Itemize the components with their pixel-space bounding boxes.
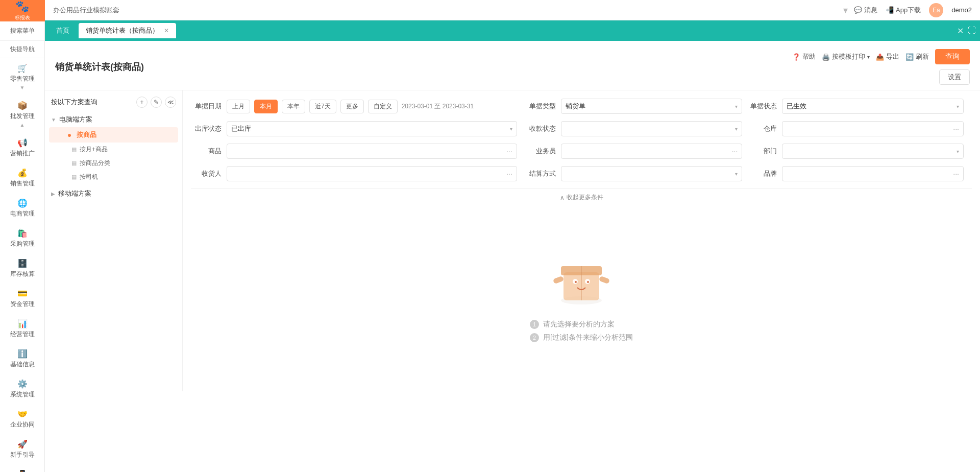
payment-status-select[interactable]: ▾ <box>561 121 743 136</box>
ecommerce-icon: 🌐 <box>17 198 28 208</box>
by-month-product-icon: ▦ <box>71 146 77 153</box>
right-panel: 单据日期 上月 本月 本年 近7天 更多 自定义 2023-03-01 至 20… <box>183 90 980 391</box>
tab-minimize-icon[interactable]: ✕ <box>957 26 964 36</box>
download-icon: 📲 <box>886 6 894 14</box>
user-name[interactable]: demo2 <box>951 6 972 14</box>
query-button[interactable]: 查询 <box>935 49 970 64</box>
product-select[interactable]: ··· <box>227 144 517 159</box>
mobile-scheme-header[interactable]: ▶ 移动端方案 <box>45 186 182 201</box>
topbar-dropdown-icon[interactable]: ▾ <box>843 5 848 16</box>
doctype-arrow: ▾ <box>735 104 738 109</box>
help-btn[interactable]: ❓ 帮助 <box>792 52 816 61</box>
product-dots[interactable]: ··· <box>506 147 512 155</box>
sidebar-item-guide[interactable]: 🚀 新手引导 <box>0 434 44 464</box>
print-btn[interactable]: 🖨️ 按模板打印 ▾ <box>822 52 870 61</box>
more-btn[interactable]: 更多 <box>340 100 364 113</box>
payment-method-select[interactable]: ▾ <box>561 166 743 181</box>
scheme-by-month-product[interactable]: ▦ 按月+商品 <box>49 143 178 156</box>
purchase-icon: 🛍️ <box>17 228 28 238</box>
sidebar-item-purchase[interactable]: 🛍️ 采购管理 <box>0 223 44 253</box>
warehouse-out-value: 已出库 <box>231 124 510 133</box>
settings-button[interactable]: 设置 <box>939 69 970 85</box>
sidebar-quick-nav[interactable]: 快捷导航 <box>0 41 44 58</box>
filter-department-col: 部门 ▾ <box>746 144 972 159</box>
refresh-btn[interactable]: 🔄 刷新 <box>905 52 929 61</box>
message-btn[interactable]: 💬 消息 <box>854 6 877 15</box>
by-scanner-icon: ▦ <box>71 174 77 180</box>
date-range-text: 2023-03-01 至 2023-03-31 <box>402 102 474 111</box>
sidebar-search[interactable]: 搜索菜单 <box>0 21 44 41</box>
retail-arrow: ▼ <box>20 85 25 90</box>
salesperson-select[interactable]: ··· <box>561 144 743 159</box>
mobile-scheme-label: 移动端方案 <box>58 189 91 198</box>
brand-select[interactable]: ··· <box>782 166 964 181</box>
tab-right-icons: ✕ ⛶ <box>957 26 976 36</box>
payment-method-label: 结算方式 <box>525 169 561 178</box>
refresh-icon: 🔄 <box>905 53 914 61</box>
desktop-scheme-header[interactable]: ▼ 电脑端方案 <box>45 112 182 127</box>
sidebar-item-basic[interactable]: ℹ️ 基础信息 <box>0 344 44 374</box>
sidebar-item-cooperation[interactable]: 🤝 企业协同 <box>0 404 44 434</box>
sidebar-item-inventory[interactable]: 🗄️ 库存核算 <box>0 253 44 284</box>
cooperation-icon: 🤝 <box>17 409 28 419</box>
warehouse-out-arrow: ▾ <box>510 126 512 132</box>
recipient-select[interactable]: ··· <box>227 166 517 181</box>
recipient-dots[interactable]: ··· <box>506 170 512 178</box>
help-icon: ❓ <box>792 53 800 61</box>
department-select[interactable]: ▾ <box>782 144 964 159</box>
scheme-by-category[interactable]: ▦ 按商品分类 <box>49 156 178 170</box>
collapse-bar[interactable]: ∧ 收起更多条件 <box>191 188 972 206</box>
add-scheme-btn[interactable]: + <box>136 97 148 108</box>
sidebar-item-wholesale[interactable]: 📦 批发管理 ▲ <box>0 96 44 133</box>
last-month-btn[interactable]: 上月 <box>227 100 250 113</box>
topbar-actions: 💬 消息 📲 App下载 Ea demo2 <box>854 3 972 17</box>
brand-dots[interactable]: ··· <box>953 170 959 178</box>
doctype-select[interactable]: 销货单 ▾ <box>561 99 743 114</box>
svg-point-7 <box>587 281 589 283</box>
logo[interactable]: 🐾 标报表 <box>0 0 45 21</box>
page-content: 按以下方案查询 + ✎ ≪ ▼ 电脑端方案 <box>45 90 980 391</box>
tab-maximize-icon[interactable]: ⛶ <box>968 26 976 36</box>
current-month-btn[interactable]: 本月 <box>254 100 278 113</box>
finance-icon: 💳 <box>17 289 28 298</box>
tabbar: 首页 销货单统计表（按商品） ✕ ✕ ⛶ <box>45 20 980 41</box>
svg-rect-9 <box>599 276 610 284</box>
sidebar-item-appcenter[interactable]: 📱 应用中心 <box>0 464 44 472</box>
logo-icon: 🐾 <box>15 0 29 13</box>
sales-stats-tab-label: 销货单统计表（按商品） <box>86 26 159 35</box>
content: 销货单统计表(按商品) ❓ 帮助 🖨️ 按模板打印 ▾ 📤 导出 <box>45 41 980 472</box>
sidebar-item-ecommerce[interactable]: 🌐 电商管理 <box>0 193 44 223</box>
export-btn[interactable]: 📤 导出 <box>876 52 899 61</box>
filter-row-4: 收货人 ··· 结算方式 ▾ 品牌 <box>191 166 972 181</box>
empty-illustration <box>551 247 612 310</box>
warehouse-label: 仓库 <box>746 124 782 133</box>
sidebar-item-operations[interactable]: 📊 经营管理 <box>0 314 44 344</box>
custom-btn[interactable]: 自定义 <box>368 100 398 113</box>
user-avatar[interactable]: Ea <box>929 3 943 17</box>
edit-scheme-btn[interactable]: ✎ <box>151 97 162 108</box>
page-title: 销货单统计表(按商品) <box>55 61 144 73</box>
filter-row-1: 单据日期 上月 本月 本年 近7天 更多 自定义 2023-03-01 至 20… <box>191 99 972 114</box>
tab-home[interactable]: 首页 <box>49 23 77 38</box>
current-year-btn[interactable]: 本年 <box>282 100 305 113</box>
sidebar-item-marketing[interactable]: 📢 营销推广 <box>0 133 44 163</box>
tab-close-icon[interactable]: ✕ <box>164 27 169 34</box>
sidebar-item-finance[interactable]: 💳 资金管理 <box>0 284 44 314</box>
app-download-btn[interactable]: 📲 App下载 <box>886 6 921 15</box>
filter-docstatus-col: 单据状态 已生效 ▾ <box>746 99 972 114</box>
retail-icon: 🛒 <box>17 63 28 73</box>
sidebar-item-retail[interactable]: 🛒 零售管理 ▼ <box>0 58 44 96</box>
left-panel-header: 按以下方案查询 + ✎ ≪ <box>45 97 182 112</box>
tab-sales-stats[interactable]: 销货单统计表（按商品） ✕ <box>79 23 176 38</box>
scheme-by-scanner[interactable]: ▦ 按司机 <box>49 170 178 184</box>
scheme-by-product[interactable]: ● 按商品 <box>49 127 178 143</box>
last7-btn[interactable]: 近7天 <box>309 100 336 113</box>
collapse-scheme-btn[interactable]: ≪ <box>165 97 176 108</box>
docstatus-select[interactable]: 已生效 ▾ <box>782 99 964 114</box>
salesperson-dots[interactable]: ··· <box>732 147 738 155</box>
warehouse-select[interactable]: ··· <box>782 121 964 136</box>
warehouse-dots[interactable]: ··· <box>953 125 959 133</box>
sidebar-item-system[interactable]: ⚙️ 系统管理 <box>0 374 44 404</box>
sidebar-item-sales[interactable]: 💰 销售管理 <box>0 163 44 193</box>
warehouse-out-select[interactable]: 已出库 ▾ <box>227 121 517 136</box>
